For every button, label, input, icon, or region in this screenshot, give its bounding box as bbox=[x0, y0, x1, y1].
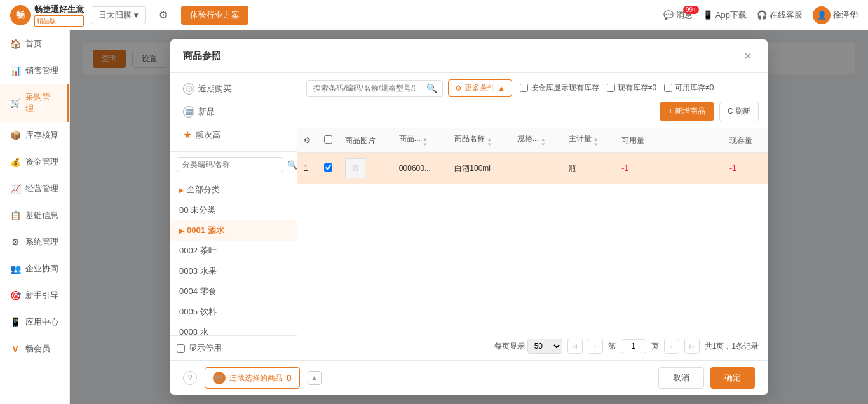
quick-link-recent[interactable]: 🕐 近期购买 bbox=[177, 79, 290, 98]
add-product-button[interactable]: + 新增商品 bbox=[660, 102, 714, 121]
modal-left-bottom: 显示停用 bbox=[170, 335, 297, 360]
row-seq: 1 bbox=[297, 153, 318, 184]
product-table-wrap: ⚙ 商品图片 商品...▲▼ bbox=[297, 128, 768, 332]
available-stock-checkbox[interactable] bbox=[664, 84, 672, 92]
col-code[interactable]: 商品...▲▼ bbox=[393, 128, 448, 153]
category-0008[interactable]: 0008 水 bbox=[170, 322, 297, 335]
sidebar-label: 采购管理 bbox=[25, 91, 57, 114]
enterprise-icon: 👥 bbox=[10, 264, 20, 274]
col-checkbox bbox=[318, 128, 339, 153]
per-page-dropdown[interactable]: 10 20 50 100 bbox=[527, 339, 562, 354]
category-0003[interactable]: 0003 水果 bbox=[170, 261, 297, 281]
sidebar-item-finance[interactable]: 💰 资金管理 bbox=[0, 149, 69, 175]
row-name: 白酒100ml bbox=[448, 153, 511, 184]
product-search-icon[interactable]: 🔍 bbox=[421, 83, 442, 93]
category-0001[interactable]: ▶ 0001 酒水 bbox=[170, 220, 297, 241]
check-existing-stock[interactable]: 现有库存≠0 bbox=[607, 83, 656, 93]
store-dropdown[interactable]: 日太阳膜 ▾ bbox=[92, 6, 146, 24]
settings-icon[interactable]: ⚙ bbox=[153, 5, 173, 25]
col-spec[interactable]: 规格...▲▼ bbox=[511, 128, 562, 153]
category-uncategorized[interactable]: 00 未分类 bbox=[170, 200, 297, 220]
first-page-button[interactable]: ⊲ bbox=[567, 339, 583, 354]
bell-icon: 💬 bbox=[663, 10, 674, 20]
sidebar-item-sales[interactable]: 📊 销售管理 bbox=[0, 57, 69, 84]
col-name[interactable]: 商品名称▲▼ bbox=[448, 128, 511, 153]
fold-button[interactable]: ▲ bbox=[308, 371, 322, 385]
total-info: 共1页，1条记录 bbox=[705, 341, 759, 352]
category-0002[interactable]: 0002 茶叶 bbox=[170, 241, 297, 261]
sidebar-item-inventory[interactable]: 📦 库存核算 bbox=[0, 122, 69, 149]
next-page-button[interactable]: › bbox=[664, 339, 679, 354]
category-search-icon[interactable]: 🔍 bbox=[287, 160, 297, 170]
show-disabled-checkbox[interactable]: 显示停用 bbox=[177, 342, 290, 354]
product-reference-modal: 商品参照 ✕ 🕐 近期购买 🆕 bbox=[170, 39, 768, 395]
app-download-button[interactable]: 📱 App下载 bbox=[703, 10, 747, 21]
warehouse-checkbox[interactable] bbox=[520, 84, 528, 92]
sidebar-label: 基础信息 bbox=[25, 210, 58, 221]
sales-icon: 📊 bbox=[10, 65, 20, 76]
arrow-right-icon: ▶ bbox=[179, 187, 184, 194]
operations-icon: 📈 bbox=[10, 184, 20, 194]
col-settings[interactable]: ⚙ bbox=[297, 128, 318, 153]
category-search-input[interactable] bbox=[177, 157, 283, 172]
modal-left-panel: 🕐 近期购买 🆕 新品 ★ 频次高 bbox=[170, 73, 297, 360]
page-input[interactable] bbox=[621, 339, 646, 353]
col-settings-icon[interactable]: ⚙ bbox=[304, 136, 311, 145]
sidebar-item-system[interactable]: ⚙ 系统管理 bbox=[0, 229, 69, 255]
row-checkbox bbox=[318, 153, 339, 184]
apps-icon: 📱 bbox=[10, 317, 20, 327]
sidebar: 🏠 首页 📊 销售管理 🛒 采购管理 📦 库存核算 💰 资金管理 📈 经营管理 … bbox=[0, 30, 70, 404]
sidebar-item-apps[interactable]: 📱 应用中心 bbox=[0, 309, 69, 335]
existing-stock-checkbox[interactable] bbox=[607, 84, 615, 92]
sidebar-item-purchase[interactable]: 🛒 采购管理 bbox=[0, 84, 69, 122]
sidebar-item-vip[interactable]: V 畅会员 bbox=[0, 335, 69, 362]
sidebar-item-operations[interactable]: 📈 经营管理 bbox=[0, 175, 69, 202]
chevron-up-icon: ▲ bbox=[498, 84, 505, 93]
col-available: 可用量 bbox=[615, 128, 660, 153]
category-0005[interactable]: 0005 饮料 bbox=[170, 302, 297, 322]
filter-icon: ⚙ bbox=[455, 84, 462, 93]
select-all-checkbox[interactable] bbox=[324, 135, 332, 144]
sidebar-label: 资金管理 bbox=[25, 156, 58, 168]
messages-button[interactable]: 💬 消息 99+ bbox=[663, 10, 693, 21]
user-menu[interactable]: 👤 徐泽华 bbox=[813, 6, 858, 24]
quick-link-new[interactable]: 🆕 新品 bbox=[177, 102, 290, 121]
row-select-checkbox[interactable] bbox=[324, 163, 332, 172]
col-stock bbox=[660, 128, 723, 153]
row-empty bbox=[660, 153, 723, 184]
quick-link-frequent[interactable]: ★ 频次高 bbox=[177, 125, 290, 145]
product-image: 图 bbox=[345, 158, 365, 178]
confirm-button[interactable]: 确定 bbox=[710, 367, 755, 389]
check-by-warehouse[interactable]: 按仓库显示现有库存 bbox=[520, 83, 599, 93]
table-row[interactable]: 1 图 000600... 白酒100ml bbox=[297, 153, 768, 184]
help-button[interactable]: ? bbox=[183, 371, 197, 385]
sidebar-item-enterprise[interactable]: 👥 企业协同 bbox=[0, 255, 69, 282]
col-unit[interactable]: 主计量▲▼ bbox=[562, 128, 616, 153]
avatar: 👤 bbox=[813, 6, 831, 24]
last-page-button[interactable]: ⊳ bbox=[684, 339, 700, 354]
continuous-select-button[interactable]: 🛒 连续选择的商品 0 bbox=[205, 367, 300, 389]
basic-icon: 📋 bbox=[10, 210, 20, 220]
filter-bar: 🔍 ⚙ 更多条件 ▲ 按仓库显示现有库存 bbox=[297, 73, 768, 128]
online-service-button[interactable]: 🎧 在线客服 bbox=[757, 10, 803, 21]
nav-right: 💬 消息 99+ 📱 App下载 🎧 在线客服 👤 徐泽华 bbox=[663, 6, 858, 24]
sidebar-item-guide[interactable]: 🎯 新手引导 bbox=[0, 282, 69, 309]
sidebar-item-basic[interactable]: 📋 基础信息 bbox=[0, 202, 69, 229]
prev-page-button[interactable]: ‹ bbox=[588, 339, 603, 354]
category-0004[interactable]: 0004 零食 bbox=[170, 281, 297, 302]
more-conditions-button[interactable]: ⚙ 更多条件 ▲ bbox=[448, 79, 512, 97]
sidebar-label: 企业协同 bbox=[25, 263, 58, 274]
sidebar-item-home[interactable]: 🏠 首页 bbox=[0, 30, 69, 57]
category-tree: ▶ 全部分类 00 未分类 ▶ 0001 酒水 0002 茶 bbox=[170, 177, 297, 335]
pagination: 每页显示 10 20 50 100 ⊲ ‹ 第 bbox=[297, 332, 768, 360]
refresh-button[interactable]: C 刷新 bbox=[719, 102, 759, 121]
product-search-input[interactable] bbox=[307, 81, 421, 96]
close-button[interactable]: ✕ bbox=[740, 48, 755, 64]
sidebar-label: 首页 bbox=[25, 38, 42, 50]
try-industry-button[interactable]: 体验行业方案 bbox=[181, 6, 248, 25]
check-available-stock[interactable]: 可用库存≠0 bbox=[664, 83, 714, 93]
modal-footer: ? 🛒 连续选择的商品 0 ▲ 取消 确定 bbox=[170, 360, 768, 395]
show-disabled-input[interactable] bbox=[177, 344, 185, 353]
category-all[interactable]: ▶ 全部分类 bbox=[170, 180, 297, 200]
cancel-button[interactable]: 取消 bbox=[658, 367, 704, 389]
